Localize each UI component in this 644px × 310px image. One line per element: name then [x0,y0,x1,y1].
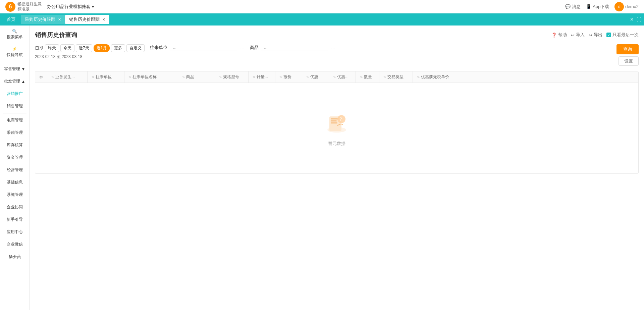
purchase-tab-label: 采购历史价跟踪 [25,16,55,22]
product-input[interactable] [261,44,328,51]
close-window-button[interactable]: ✕ [630,17,634,22]
sidebar-item-wholesale[interactable]: 批发管理 ▲ [0,75,29,88]
tab-purchase-history[interactable]: 采购历史价跟踪 ✕ [21,15,65,24]
sidebar-item-purchase[interactable]: 采购管理 [0,126,29,139]
sort-icon: ⇅ [253,75,255,79]
purchase-tab-close[interactable]: ✕ [58,17,61,22]
chevron-up-icon: ▲ [21,79,25,84]
sidebar-item-app-center[interactable]: 应用中心 [0,226,29,238]
page-actions: ❓ 帮助 ↩ 导入 ↪ 导出 ✓ 只看最后一次 [551,32,639,38]
phone-icon: 📱 [586,4,591,9]
th-price[interactable]: ⇅ 报价 [275,71,302,83]
sidebar-item-member[interactable]: 畅会员 [0,251,29,263]
th-biz-date[interactable]: ⇅ 业务发生... [47,71,88,83]
query-button[interactable]: 查询 [616,44,639,54]
th-unit[interactable]: ⇅ 计量... [249,71,275,83]
empty-text: 暂元数据 [328,141,345,147]
date-btn-custom[interactable]: 自定义 [126,44,145,52]
import-button[interactable]: ↩ 导入 [571,32,585,38]
th-quantity[interactable]: ⇅ 数量 [356,71,379,83]
maximize-button[interactable]: ⛶ [637,17,641,22]
sidebar-item-quicknav[interactable]: ⚡ 快捷导航 [0,43,29,61]
page-title: 销售历史价查询 [35,31,77,39]
tab-bar-right: ✕ ⛶ [630,17,641,22]
date-btn-more[interactable]: 更多 [111,44,125,52]
th-gear[interactable]: ⚙ [35,71,47,83]
tab-bar: 首页 采购历史价跟踪 ✕ 销售历史价跟踪 ✕ ✕ ⛶ [0,13,644,25]
logo-icon: 6 [5,2,15,12]
top-bar-right: 💬 消息 📱 App下载 d demo2 [565,2,639,11]
date-filter-section: 日期 昨天 今天 近7天 近1月 更多 自定义 2023-02-18 至 202… [35,44,145,60]
sort-icon: ⇅ [51,75,54,79]
unit-input[interactable] [170,44,237,51]
sort-icon: ⇅ [306,75,309,79]
product-dots[interactable]: ... [331,45,335,51]
app-title: 畅捷通好生意 标准版 [17,2,42,11]
th-trade-type[interactable]: ⇅ 交易类型 [379,71,413,83]
sort-icon: ⇅ [417,75,420,79]
sidebar-item-enterprise-collab[interactable]: 企业协同 [0,201,29,213]
th-pretax-price[interactable]: ⇅ 优惠前无税单价 [413,71,638,83]
sidebar-item-sales[interactable]: 销售管理 [0,100,29,112]
user-area[interactable]: d demo2 [614,2,639,11]
sidebar-item-operations[interactable]: 经营管理 [0,164,29,176]
only-last-checkbox[interactable]: ✓ [606,33,611,37]
table-header: ⚙ ⇅ 业务发生... ⇅ 往来单位 ⇅ 往来单位名称 [35,71,638,83]
message-icon: 💬 [565,4,571,9]
filter-bar: 日期 昨天 今天 近7天 近1月 更多 自定义 2023-02-18 至 202… [35,44,639,66]
sort-icon: ⇅ [128,75,131,79]
page-container: 销售历史价查询 ❓ 帮助 ↩ 导入 ↪ 导出 ✓ [30,25,644,310]
th-product[interactable]: ⇅ 商品 [178,71,215,83]
help-icon: ❓ [551,33,557,38]
th-spec[interactable]: ⇅ 规格型号 [215,71,249,83]
empty-state: ? 暂元数据 [35,83,638,173]
sidebar-item-ecommerce[interactable]: 电商管理 [0,114,29,126]
chevron-down-icon: ▾ [92,4,94,9]
settings-button[interactable]: 设置 [619,56,639,66]
export-icon: ↪ [589,33,592,38]
sales-tab-close[interactable]: ✕ [102,17,105,22]
only-last-checkbox-area[interactable]: ✓ 只看最后一次 [606,32,639,38]
th-discount2[interactable]: ⇅ 优惠... [329,71,356,83]
tab-sales-history[interactable]: 销售历史价跟踪 ✕ [65,15,109,24]
date-btn-1month[interactable]: 近1月 [94,44,110,52]
sidebar-item-inventory[interactable]: 库存核算 [0,139,29,151]
product-filter-section: 商品 ... [250,44,335,51]
sort-icon: ⇅ [360,75,363,79]
th-unit-code[interactable]: ⇅ 往来单位 [88,71,124,83]
date-btn-7days[interactable]: 近7天 [76,44,92,52]
export-button[interactable]: ↪ 导出 [589,32,602,38]
table-container: ⚙ ⇅ 业务发生... ⇅ 往来单位 ⇅ 往来单位名称 [35,71,639,174]
logo-area: 6 畅捷通好生意 标准版 [5,2,42,12]
help-button[interactable]: ❓ 帮助 [551,32,567,38]
sidebar: 🔍 搜索菜单 ⚡ 快捷导航 零售管理 ▼ 批发管理 ▲ 营销推广 销售管理 电商… [0,25,30,310]
date-range-display: 2023-02-18 至 2023-03-18 [35,54,145,60]
date-btn-yesterday[interactable]: 昨天 [45,44,59,52]
th-unit-name[interactable]: ⇅ 往来单位名称 [124,71,178,83]
main-layout: 🔍 搜索菜单 ⚡ 快捷导航 零售管理 ▼ 批发管理 ▲ 营销推广 销售管理 电商… [0,25,644,310]
message-button[interactable]: 💬 消息 [565,4,581,10]
sort-icon: ⇅ [333,75,336,79]
import-icon: ↩ [571,33,575,38]
home-tab-label: 首页 [7,16,15,22]
avatar: d [614,2,624,11]
tab-home[interactable]: 首页 [3,15,19,24]
th-discount1[interactable]: ⇅ 优惠... [302,71,329,83]
sidebar-item-system[interactable]: 系统管理 [0,189,29,201]
date-btn-today[interactable]: 今天 [60,44,74,52]
sort-icon: ⇅ [92,75,94,79]
sidebar-item-search[interactable]: 🔍 搜索菜单 [0,25,29,43]
workspace-selector[interactable]: 办公用品行业模拟账套 ▾ [44,2,97,11]
sidebar-item-newbie[interactable]: 新手引导 [0,213,29,226]
unit-dots[interactable]: ... [240,45,244,51]
sort-icon: ⇅ [219,75,222,79]
sidebar-item-enterprise-wechat[interactable]: 企业微信 [0,238,29,251]
svg-rect-3 [331,120,337,121]
svg-rect-4 [331,122,337,123]
sidebar-item-basic[interactable]: 基础信息 [0,176,29,189]
sidebar-item-finance[interactable]: 资金管理 [0,151,29,164]
content-area: 销售历史价查询 ❓ 帮助 ↩ 导入 ↪ 导出 ✓ [30,25,644,310]
sidebar-item-marketing[interactable]: 营销推广 [0,88,29,100]
sidebar-item-retail[interactable]: 零售管理 ▼ [0,63,29,75]
app-download-button[interactable]: 📱 App下载 [586,4,609,10]
